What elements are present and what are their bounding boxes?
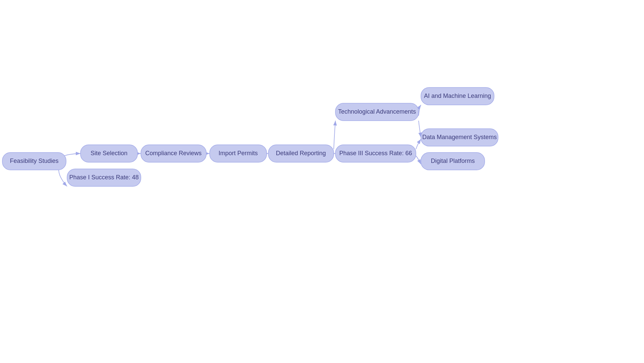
edge-detailed-tech [334,121,335,149]
svg-text:Detailed Reporting: Detailed Reporting [276,150,326,157]
svg-text:Phase I Success Rate: 48: Phase I Success Rate: 48 [69,174,139,181]
edge-phase3-datamgmt [416,139,421,149]
svg-text:Site Selection: Site Selection [91,150,127,157]
workflow-diagram: Feasibility Studies Site Selection Phase… [0,0,644,363]
node-detailed-reporting[interactable]: Detailed Reporting [268,145,334,162]
svg-text:Data Management Systems: Data Management Systems [422,134,497,140]
node-compliance-reviews[interactable]: Compliance Reviews [141,145,206,162]
node-data-management-systems[interactable]: Data Management Systems [421,129,498,146]
svg-text:Digital Platforms: Digital Platforms [431,158,475,164]
svg-text:AI and Machine Learning: AI and Machine Learning [424,93,491,99]
node-technological-advancements[interactable]: Technological Advancements [335,103,419,121]
edge-tech-aiml [419,105,421,116]
node-phase3[interactable]: Phase III Success Rate: 66 [335,145,416,162]
svg-text:Technological Advancements: Technological Advancements [338,108,416,115]
svg-text:Import Permits: Import Permits [218,150,258,157]
node-site-selection[interactable]: Site Selection [80,145,138,162]
svg-text:Phase III Success Rate: 66: Phase III Success Rate: 66 [339,150,412,157]
svg-text:Compliance Reviews: Compliance Reviews [145,150,202,157]
edge-phase3-digital [416,156,421,164]
node-phase1[interactable]: Phase I Success Rate: 48 [67,169,141,186]
node-feasibility[interactable]: Feasibility Studies [2,153,66,170]
node-ai-machine-learning[interactable]: AI and Machine Learning [421,87,494,105]
node-digital-platforms[interactable]: Digital Platforms [421,153,485,170]
svg-text:Feasibility Studies: Feasibility Studies [10,158,58,164]
edge-tech-datamgmt [419,121,421,137]
edge-feasibility-phase1 [59,170,67,186]
node-import-permits[interactable]: Import Permits [210,145,267,162]
